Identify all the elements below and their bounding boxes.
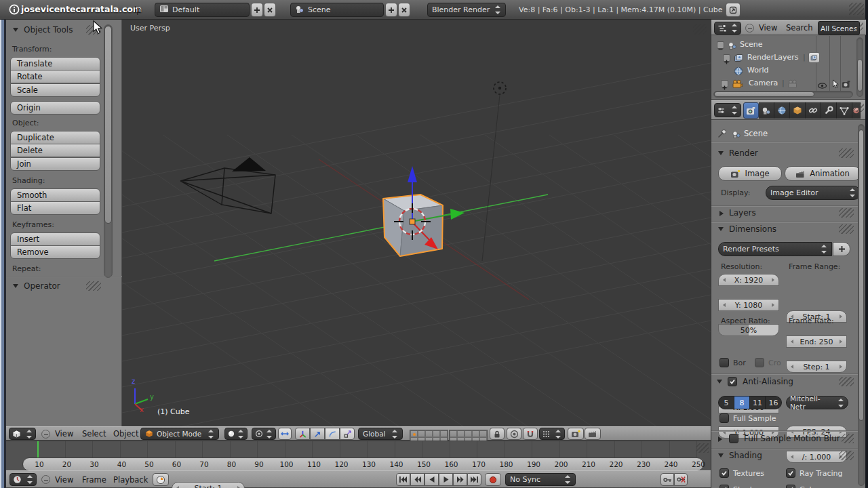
view-menu[interactable]: View bbox=[55, 427, 73, 441]
shading-panel-title[interactable]: Shading bbox=[729, 451, 762, 460]
outliner-row-scene[interactable]: Scene bbox=[711, 39, 865, 52]
proportional-edit-button[interactable] bbox=[507, 428, 521, 440]
disclosure-triangle-icon[interactable] bbox=[718, 453, 724, 458]
collapse-menus-button[interactable] bbox=[745, 24, 754, 33]
insert-keyframes-button[interactable] bbox=[660, 473, 674, 486]
remove-keyframe-button[interactable]: Remove bbox=[10, 245, 100, 259]
render-opengl-button[interactable] bbox=[568, 428, 584, 440]
frame-menu[interactable]: Frame bbox=[82, 473, 106, 487]
camera-object[interactable] bbox=[180, 168, 275, 214]
translate-manipulator-button[interactable] bbox=[295, 428, 310, 440]
editor-type-selector[interactable] bbox=[9, 428, 36, 440]
tab-constraints[interactable] bbox=[806, 102, 821, 119]
editor-type-selector[interactable] bbox=[9, 473, 37, 486]
play-button[interactable] bbox=[439, 473, 453, 486]
playback-menu[interactable]: Playback bbox=[113, 473, 148, 487]
tab-object[interactable] bbox=[790, 102, 806, 119]
decrement-arrow-icon[interactable] bbox=[723, 278, 726, 282]
color-management-checkbox[interactable] bbox=[786, 485, 795, 488]
layer-cell[interactable] bbox=[410, 430, 418, 437]
delete-button[interactable]: Delete bbox=[10, 144, 100, 157]
delete-keyframes-button[interactable] bbox=[674, 473, 688, 486]
delete-scene-button[interactable] bbox=[398, 3, 410, 17]
render-opengl-anim-button[interactable] bbox=[585, 428, 601, 440]
disclosure-triangle-icon[interactable] bbox=[13, 28, 18, 32]
layer-cell[interactable] bbox=[418, 430, 425, 437]
render-panel-title[interactable]: Render bbox=[729, 148, 758, 158]
full-sample-checkbox[interactable] bbox=[719, 413, 729, 423]
textures-checkbox[interactable] bbox=[719, 468, 729, 478]
layers-panel-title[interactable]: Layers bbox=[729, 208, 756, 218]
object-tools-panel-title[interactable]: Object Tools bbox=[24, 25, 73, 35]
toolshelf-scrollbar-thumb[interactable] bbox=[104, 26, 112, 224]
rotate-button[interactable]: Rotate bbox=[10, 70, 100, 83]
fsmb-panel-grip[interactable] bbox=[842, 434, 854, 443]
disclosure-triangle-icon[interactable] bbox=[718, 227, 724, 231]
pin-icon[interactable] bbox=[717, 128, 728, 142]
render-panel-grip[interactable] bbox=[839, 148, 854, 158]
smooth-button[interactable]: Smooth bbox=[10, 188, 100, 202]
record-button[interactable] bbox=[485, 473, 501, 486]
increment-arrow-icon[interactable] bbox=[772, 278, 774, 282]
aa-panel-grip[interactable] bbox=[839, 377, 854, 386]
layer-cell[interactable] bbox=[440, 430, 448, 437]
window-duplicate-button[interactable] bbox=[726, 3, 741, 17]
editor-type-selector[interactable] bbox=[714, 22, 741, 35]
origin-button[interactable]: Origin bbox=[10, 101, 100, 115]
timeline-canvas[interactable]: 1020304050607080901001101201301401501601… bbox=[6, 441, 711, 470]
snap-element-selector[interactable] bbox=[539, 428, 565, 440]
aa-filter-selector[interactable]: Mitchell-Netr bbox=[786, 396, 848, 409]
renderlayer-data-icon[interactable] bbox=[808, 52, 820, 63]
fsmb-checkbox[interactable] bbox=[729, 434, 738, 443]
screen-browse-icon[interactable] bbox=[159, 5, 169, 15]
display-selector[interactable]: Image Editor bbox=[766, 186, 861, 200]
current-frame-line[interactable] bbox=[37, 441, 39, 458]
duplicate-button[interactable]: Duplicate bbox=[10, 131, 100, 144]
frame-start-field[interactable]: Start: 1 bbox=[172, 482, 245, 488]
preview-range-button[interactable] bbox=[153, 473, 169, 486]
prev-keyframe-button[interactable] bbox=[410, 473, 425, 486]
jump-to-start-button[interactable] bbox=[396, 473, 410, 486]
rotate-manipulator-button[interactable] bbox=[310, 428, 325, 440]
flat-button[interactable]: Flat bbox=[10, 201, 100, 215]
transform-orientation-selector[interactable]: Global bbox=[358, 428, 403, 440]
add-screen-button[interactable] bbox=[251, 3, 263, 17]
view-menu[interactable]: View bbox=[55, 473, 73, 487]
decrement-arrow-icon[interactable] bbox=[791, 340, 793, 344]
select-menu[interactable]: Select bbox=[82, 427, 106, 441]
layer-cell[interactable] bbox=[457, 430, 465, 437]
crop-checkbox[interactable] bbox=[755, 358, 764, 367]
outliner-vscrollbar-thumb[interactable] bbox=[857, 59, 863, 92]
tab-scene[interactable] bbox=[759, 102, 774, 119]
next-keyframe-button[interactable] bbox=[453, 473, 467, 486]
shadows-checkbox[interactable] bbox=[719, 485, 729, 488]
timeline-corner-grip[interactable] bbox=[696, 443, 709, 453]
layer-cell[interactable] bbox=[433, 430, 440, 437]
decrement-arrow-icon[interactable] bbox=[791, 455, 793, 459]
aa-samples-8[interactable]: 8 bbox=[734, 396, 750, 409]
border-checkbox[interactable] bbox=[719, 358, 729, 367]
outliner-row-world[interactable]: World bbox=[711, 64, 865, 77]
outliner-item-label[interactable]: World bbox=[747, 66, 769, 75]
screen-layout-selector[interactable]: Default bbox=[155, 3, 250, 17]
play-reverse-button[interactable] bbox=[425, 473, 439, 486]
lamp-object[interactable] bbox=[494, 82, 506, 94]
collapse-minus-icon[interactable] bbox=[717, 41, 724, 49]
increment-arrow-icon[interactable] bbox=[840, 365, 842, 369]
tab-world[interactable] bbox=[774, 102, 790, 119]
editor-type-selector[interactable] bbox=[714, 103, 741, 117]
scale-button[interactable]: Scale bbox=[10, 83, 100, 97]
search-menu[interactable]: Search bbox=[786, 21, 813, 35]
collapse-menus-button[interactable] bbox=[41, 475, 50, 484]
increment-arrow-icon[interactable] bbox=[840, 340, 842, 344]
disclosure-triangle-icon[interactable] bbox=[717, 380, 722, 384]
outliner-hscrollbar-thumb[interactable] bbox=[714, 92, 814, 97]
increment-arrow-icon[interactable] bbox=[840, 314, 842, 319]
tab-modifiers[interactable] bbox=[821, 102, 837, 119]
resolution-y-field[interactable]: Y: 1080 bbox=[718, 299, 779, 311]
resolution-x-field[interactable]: X: 1920 bbox=[718, 274, 779, 286]
restrict-select-cursor-icon[interactable] bbox=[832, 79, 840, 92]
tab-render[interactable] bbox=[743, 102, 759, 119]
scale-manipulator-button[interactable] bbox=[325, 428, 340, 440]
increment-arrow-icon[interactable] bbox=[772, 303, 774, 307]
